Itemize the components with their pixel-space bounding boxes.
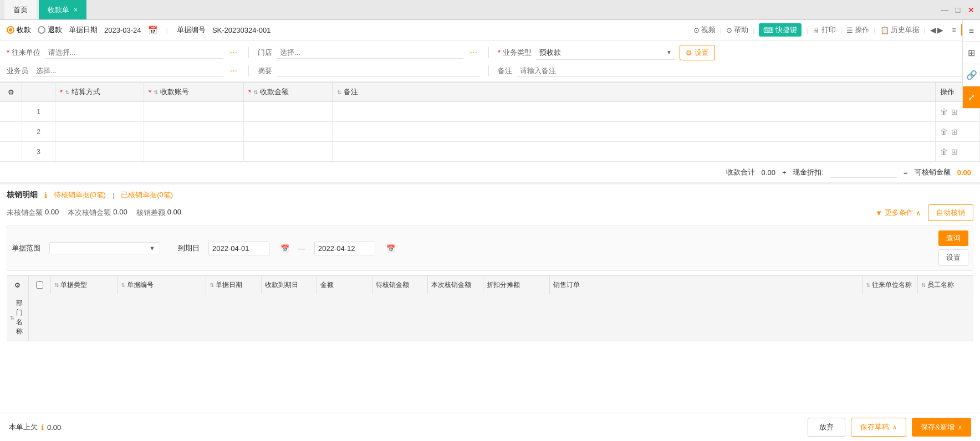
salesperson-more-btn[interactable]: ··· [228,66,239,76]
right-icon-link[interactable]: 🔗 [963,64,981,86]
save-new-button[interactable]: 保存&新增 ∧ [912,418,971,437]
next-arrow[interactable]: ▶ [937,25,943,34]
action-sep6: | [924,26,926,34]
right-icon-2[interactable]: ⊞ [963,42,981,64]
calendar-icon[interactable]: 📅 [148,25,157,34]
date-start-input[interactable] [208,242,269,255]
help-link[interactable]: ⊙ 帮助 [726,25,748,35]
th-settings[interactable]: ⚙ [0,83,22,101]
bottom-actions: 放弃 保存草稿 ∧ 保存&新增 ∧ [808,418,971,437]
bth-number: ⇅ 单据编号 [118,276,206,294]
discount-input[interactable] [830,167,897,178]
row-2-amount[interactable] [244,122,333,142]
sort-bth-partner[interactable]: ⇅ [866,282,870,288]
bth-employee: ⇅ 员工名称 [918,276,973,294]
diff-label: 核销差额 [136,208,165,218]
hexiao-info-icon[interactable]: ℹ [44,191,47,199]
select-all-checkbox[interactable] [36,281,43,289]
shop-input[interactable] [277,47,463,59]
radio-receipt[interactable]: 收款 [7,25,31,35]
form-area: 往来单位 ··· 门店 ··· 业务类型 预收款 ▼ [0,40,980,82]
more-filter-link[interactable]: ▼ 更多条件 ∧ [875,208,921,218]
hexiao-pending-tab[interactable]: 待核销单据(0笔) [54,190,106,200]
diff-stat: 核销差额 0.00 [136,208,181,218]
sort-bth-type[interactable]: ⇅ [54,282,59,288]
summary-input[interactable] [277,65,479,77]
hexiao-done-tab[interactable]: 已核销单据(0笔) [121,190,173,200]
partner-more-btn[interactable]: ··· [228,48,239,58]
row-3-remark[interactable] [333,142,936,162]
row-1-account[interactable] [144,102,244,122]
radio-refund[interactable]: 退款 [38,25,62,35]
current-hexiao-stat: 本次核销金额 0.00 [68,208,127,218]
bth-current: 本次核销金额 [428,276,483,294]
history-link[interactable]: 📋 历史单据 [880,25,920,35]
right-icon-1[interactable]: ≡ [963,20,981,42]
right-icon-expand[interactable]: ⤢ [963,86,981,109]
row-2-delete-icon[interactable]: 🗑 [940,127,948,136]
bottom-info-icon[interactable]: ℹ [41,423,44,432]
close-button[interactable]: ✕ [967,6,976,14]
sort-bth-employee[interactable]: ⇅ [921,282,926,288]
bth-settings[interactable]: ⚙ [7,276,29,294]
remark-input[interactable] [517,65,973,77]
operation-link[interactable]: ☰ 操作 [846,25,869,35]
sort-account-icon[interactable]: ⇅ [154,89,158,95]
row-3-amount[interactable] [244,142,333,162]
query-button[interactable]: 查询 [938,230,968,246]
maximize-button[interactable]: □ [953,6,962,14]
minimize-button[interactable]: — [940,6,949,14]
range-select[interactable]: ▼ [49,242,160,254]
gear-icon: ⚙ [686,49,692,57]
business-value: 预收款 [539,48,561,58]
sort-bth-date[interactable]: ⇅ [210,282,214,288]
radio-receipt-label: 收款 [17,25,31,35]
row-3-settlement[interactable] [55,142,144,162]
row-2-copy-icon[interactable]: ⊞ [951,127,958,136]
list-view-btn[interactable]: ≡ [948,24,960,36]
prev-arrow[interactable]: ◀ [930,25,936,34]
business-select[interactable]: 预收款 ▼ [536,46,675,60]
row-2-settlement[interactable] [55,122,144,142]
save-draft-button[interactable]: 保存草稿 ∧ [851,418,906,437]
row-2-account[interactable] [144,122,244,142]
hexiao-stats: 未核销金额 0.00 本次核销金额 0.00 核销差额 0.00 ▼ 更多条件 [7,204,973,221]
window-controls: — □ ✕ [940,6,976,14]
bth-checkbox[interactable] [29,276,51,294]
auto-hexiao-label: 自动核销 [936,208,965,217]
sort-bth-number[interactable]: ⇅ [121,282,125,288]
filter-icon: ▼ [875,209,882,217]
row-1-delete-icon[interactable]: 🗑 [940,107,948,116]
row-1-remark[interactable] [333,102,936,122]
date-end-input[interactable] [314,242,375,255]
sort-remark-icon[interactable]: ⇅ [337,89,341,95]
print-link[interactable]: 🖨 打印 [813,25,836,35]
row-3-account[interactable] [144,142,244,162]
business-section: 业务类型 预收款 ▼ [498,46,675,60]
tab-current[interactable]: 收款单 × [39,0,86,19]
tab-home[interactable]: 首页 [4,0,37,19]
tab-current-label: 收款单 [48,5,69,15]
tab-close-icon[interactable]: × [74,6,78,14]
calendar-end-icon[interactable]: 📅 [386,244,395,253]
salesperson-input[interactable] [33,65,223,77]
partner-input[interactable] [45,47,223,59]
sort-settlement-icon[interactable]: ⇅ [65,89,69,95]
sort-bth-dept[interactable]: ⇅ [10,315,14,321]
row-1-amount[interactable] [244,102,333,122]
auto-hexiao-button[interactable]: 自动核销 [928,204,973,221]
row-2-remark[interactable] [333,122,936,142]
shop-more-btn[interactable]: ··· [468,48,479,58]
sort-amount-icon[interactable]: ⇅ [253,89,258,95]
bth-date: ⇅ 单据日期 [206,276,262,294]
row-3-copy-icon[interactable]: ⊞ [951,147,958,156]
row-3-delete-icon[interactable]: 🗑 [940,147,948,156]
settings-button[interactable]: ⚙ 设置 [680,45,715,60]
abandon-button[interactable]: 放弃 [808,418,845,437]
calendar-start-icon[interactable]: 📅 [280,244,289,253]
shortcut-button[interactable]: ⌨ 快捷键 [759,23,802,37]
row-1-copy-icon[interactable]: ⊞ [951,107,958,116]
video-link[interactable]: ⊙ 视频 [693,25,716,35]
filter-settings-button[interactable]: 设置 [938,249,968,266]
row-1-settlement[interactable] [55,102,144,122]
